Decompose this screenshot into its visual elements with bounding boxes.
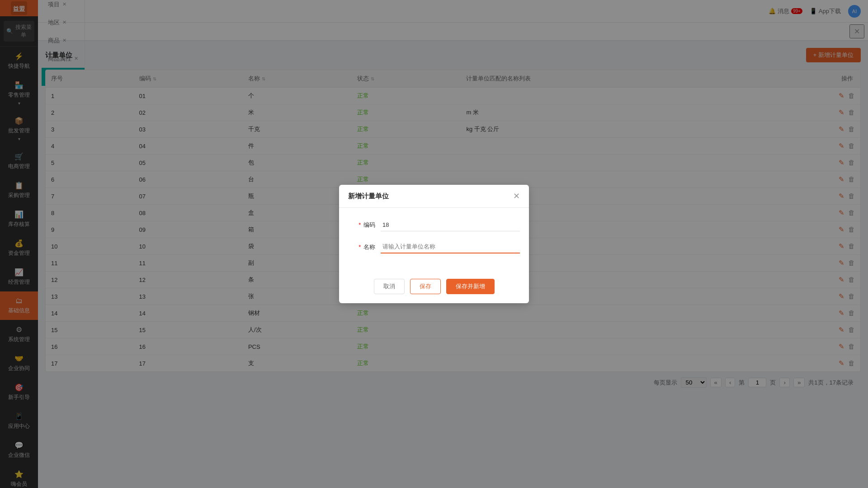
name-input[interactable] <box>381 240 520 253</box>
save-and-new-button[interactable]: 保存并新增 <box>446 279 495 294</box>
add-unit-modal: 新增计量单位 ✕ * 编码 * 名称 取消 保存 保存并新增 <box>339 185 529 303</box>
modal-footer: 取消 保存 保存并新增 <box>339 273 529 303</box>
code-label: * 编码 <box>348 221 375 229</box>
required-star-code: * <box>359 221 361 228</box>
name-label: * 名称 <box>348 243 375 251</box>
form-name-item: * 名称 <box>348 240 520 253</box>
form-code-item: * 编码 <box>348 219 520 231</box>
modal-title: 新增计量单位 <box>348 192 389 201</box>
modal-close-button[interactable]: ✕ <box>513 191 520 201</box>
modal-overlay: 新增计量单位 ✕ * 编码 * 名称 取消 保存 保存并新增 <box>0 0 868 488</box>
required-star-name: * <box>359 244 361 250</box>
cancel-button[interactable]: 取消 <box>374 279 405 294</box>
save-button[interactable]: 保存 <box>410 279 441 294</box>
modal-header: 新增计量单位 ✕ <box>339 185 529 208</box>
modal-body: * 编码 * 名称 <box>339 208 529 273</box>
code-input[interactable] <box>381 219 520 231</box>
